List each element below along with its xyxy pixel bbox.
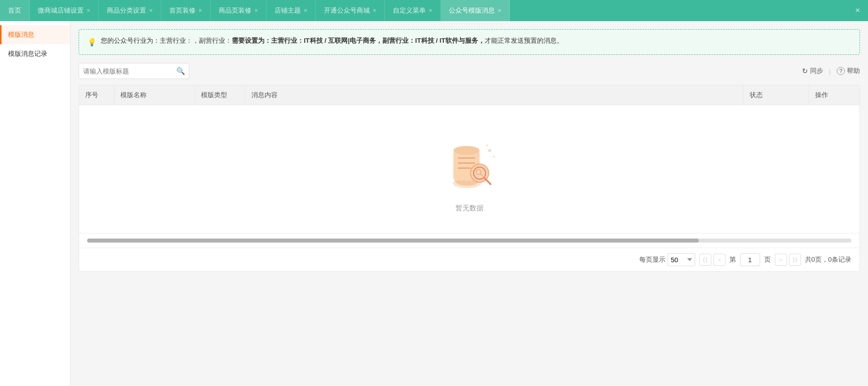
th-type: 模版类型: [195, 86, 245, 105]
sync-icon: ↻: [802, 67, 808, 75]
tab-category-settings[interactable]: 商品分类设置 ×: [99, 0, 161, 21]
tab-store-theme-label: 店铺主题: [275, 6, 301, 15]
page-size-wrap: 每页显示 10 20 50 100: [639, 253, 695, 266]
tab-template-message-label: 公众号模版消息: [449, 6, 495, 15]
svg-line-8: [485, 178, 491, 184]
tab-template-message-close[interactable]: ×: [498, 7, 501, 14]
search-input[interactable]: [83, 67, 176, 75]
page-next-button[interactable]: ＞: [775, 254, 787, 266]
tab-home[interactable]: 首页: [0, 0, 30, 21]
tab-homepage-decoration-label: 首页装修: [169, 6, 195, 15]
sidebar-item-template-message-log-label: 模版消息记录: [8, 50, 47, 57]
horizontal-scrollbar[interactable]: [87, 239, 851, 243]
tab-open-mall-close[interactable]: ×: [373, 7, 376, 14]
data-table: 序号 模版名称 模版类型 消息内容 状态 操作: [79, 85, 860, 272]
tab-bar: 首页 微商城店铺设置 × 商品分类设置 × 首页装修 × 商品页装修 × 店铺主…: [0, 0, 868, 21]
svg-point-13: [486, 144, 488, 146]
sync-button[interactable]: ↻ 同步: [802, 66, 823, 75]
scrollbar-row: [79, 233, 859, 248]
help-button[interactable]: ? 帮助: [837, 66, 860, 75]
notice-text: 您的公众号行业为：主营行业：，副营行业：需要设置为：主营行业：IT科技 / 互联…: [101, 36, 563, 46]
tab-store-theme[interactable]: 店铺主题 ×: [266, 0, 316, 21]
tab-homepage-decoration-close[interactable]: ×: [198, 7, 202, 14]
svg-point-12: [493, 156, 495, 158]
search-icon[interactable]: 🔍: [176, 67, 185, 75]
sidebar-item-template-message-log[interactable]: 模版消息记录: [0, 44, 70, 63]
empty-state: 暂无数据: [79, 105, 859, 233]
content-area: 💡 您的公众号行业为：主营行业：，副营行业：需要设置为：主营行业：IT科技 / …: [71, 21, 868, 386]
tab-product-decoration-close[interactable]: ×: [254, 7, 258, 14]
tab-shop-settings-label: 微商城店铺设置: [38, 6, 84, 15]
help-icon: ?: [837, 67, 845, 75]
page-prev-button[interactable]: ＜: [713, 254, 725, 266]
tab-shop-settings[interactable]: 微商城店铺设置 ×: [30, 0, 99, 21]
tab-homepage-decoration[interactable]: 首页装修 ×: [161, 0, 211, 21]
search-actions: ↻ 同步 | ? 帮助: [802, 66, 860, 75]
svg-point-2: [453, 146, 480, 155]
th-status: 状态: [744, 86, 809, 105]
tab-custom-menu-label: 自定义菜单: [393, 6, 426, 15]
notice-suffix: 才能正常发送预置的消息。: [485, 37, 563, 44]
sidebar-item-template-message[interactable]: 模版消息: [0, 25, 70, 44]
page-size-label: 每页显示: [639, 255, 665, 264]
page-first-button[interactable]: ⟨⟨: [699, 254, 711, 266]
th-name: 模版名称: [114, 86, 195, 105]
search-bar: 🔍 ↻ 同步 | ? 帮助: [79, 63, 860, 79]
main-layout: 模版消息 模版消息记录 💡 您的公众号行业为：主营行业：，副营行业：需要设置为：…: [0, 21, 868, 386]
page-label: 第: [729, 255, 736, 264]
tab-store-theme-close[interactable]: ×: [304, 7, 307, 14]
tab-open-mall[interactable]: 开通公众号商城 ×: [316, 0, 385, 21]
th-action: 操作: [809, 86, 859, 105]
tab-open-mall-label: 开通公众号商城: [324, 6, 370, 15]
tab-custom-menu-close[interactable]: ×: [429, 7, 432, 14]
pagination: 每页显示 10 20 50 100 ⟨⟨ ＜ 第 页 ＞ ⟩⟩: [79, 248, 859, 271]
notice-highlight: 需要设置为：主营行业：IT科技 / 互联网|电子商务，副营行业：IT科技 / I…: [232, 37, 485, 44]
svg-point-11: [488, 149, 491, 152]
page-nav: ⟨⟨ ＜ 第 页 ＞ ⟩⟩: [699, 253, 801, 266]
th-content: 消息内容: [245, 86, 744, 105]
table-header: 序号 模版名称 模版类型 消息内容 状态 操作: [79, 86, 859, 105]
total-info: 共0页，0条记录: [805, 255, 851, 264]
sidebar-item-template-message-label: 模版消息: [8, 31, 34, 38]
tab-category-settings-label: 商品分类设置: [107, 6, 146, 15]
scrollbar-thumb: [87, 239, 699, 243]
empty-text: 暂无数据: [455, 204, 484, 213]
divider: |: [829, 67, 831, 75]
notice-icon: 💡: [87, 36, 97, 48]
sync-label: 同步: [810, 66, 823, 75]
page-unit: 页: [764, 255, 771, 264]
tab-home-label: 首页: [8, 6, 21, 15]
tab-shop-settings-close[interactable]: ×: [87, 7, 90, 14]
tab-product-decoration-label: 商品页装修: [219, 6, 251, 15]
page-size-select[interactable]: 10 20 50 100: [667, 253, 695, 266]
tab-custom-menu[interactable]: 自定义菜单 ×: [385, 0, 441, 21]
tab-product-decoration[interactable]: 商品页装修 ×: [211, 0, 266, 21]
page-input[interactable]: [740, 253, 760, 266]
th-index: 序号: [79, 86, 114, 105]
page-last-button[interactable]: ⟩⟩: [789, 254, 801, 266]
notice-prefix: 您的公众号行业为：主营行业：，副营行业：: [101, 37, 232, 44]
empty-illustration: [439, 135, 500, 196]
help-label: 帮助: [847, 66, 860, 75]
sidebar: 模版消息 模版消息记录: [0, 21, 71, 386]
search-input-wrap[interactable]: 🔍: [79, 63, 189, 79]
tab-bar-global-close[interactable]: ×: [847, 6, 868, 15]
tab-template-message[interactable]: 公众号模版消息 ×: [441, 0, 510, 21]
tab-category-settings-close[interactable]: ×: [149, 7, 153, 14]
notice-banner: 💡 您的公众号行业为：主营行业：，副营行业：需要设置为：主营行业：IT科技 / …: [79, 29, 860, 55]
